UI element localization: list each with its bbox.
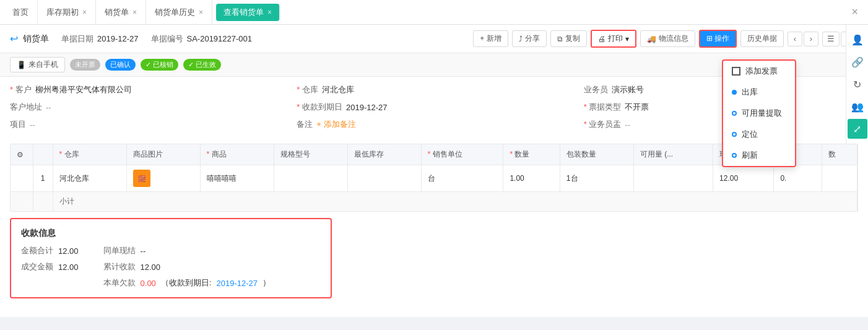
- tab-bar: 首页 库存期初 × 销货单 × 销货单历史 × 查看销货单 × ×: [0, 0, 868, 25]
- outbound-icon: [732, 90, 737, 95]
- tab-home[interactable]: 首页: [6, 0, 38, 25]
- share-button[interactable]: ⤴ 分享: [512, 30, 547, 47]
- payment-rows: 金额合计 12.00 成交金额 12.00 同单现结 -- 累计收款: [21, 245, 321, 289]
- refresh-icon: [732, 153, 737, 158]
- owed-end: ）: [263, 277, 271, 289]
- window-close-button[interactable]: ×: [848, 6, 862, 19]
- sidebar-user-icon[interactable]: 👤: [848, 30, 867, 50]
- subtotal-row: 小计: [11, 192, 857, 212]
- tab-view-sales-close[interactable]: ×: [267, 8, 272, 17]
- doc-no-value: SA-20191227-001: [187, 34, 253, 43]
- logistics-button[interactable]: 🚚 物流信息: [640, 30, 695, 47]
- remark-add-link[interactable]: + 添加备注: [316, 119, 355, 130]
- customer-value: 柳州粤港平安气体有限公司: [35, 84, 132, 95]
- remark-label: 备注: [297, 119, 313, 130]
- refresh-label: 刷新: [742, 150, 758, 161]
- operation-button[interactable]: ⊞ 操作: [699, 30, 737, 48]
- salesperson2-label: 业务员盂: [584, 119, 622, 130]
- print-dropdown-icon: ▾: [625, 35, 629, 43]
- tab-sales-order[interactable]: 销货单 ×: [96, 0, 146, 25]
- project-field: 项目 --: [10, 119, 284, 130]
- th-product: 商品: [200, 144, 274, 165]
- amount-total-value: 12.00: [58, 246, 79, 256]
- payment-title: 收款信息: [21, 228, 321, 239]
- tab-inventory-init-label: 库存期初: [46, 7, 79, 18]
- available-pickup-item[interactable]: 可用量提取: [723, 103, 795, 124]
- subtotal-gear: [11, 192, 33, 212]
- outbound-item[interactable]: 出库: [723, 82, 795, 103]
- row-product: 嘻嘻嘻嘻: [200, 165, 274, 192]
- refresh-item[interactable]: 刷新: [723, 145, 795, 166]
- th-product-img: 商品图片: [126, 144, 200, 165]
- th-pack-qty: 包装数量: [560, 144, 633, 165]
- salesperson-value: 演示账号: [612, 84, 644, 95]
- doc-date-value: 2019-12-27: [97, 34, 139, 43]
- doc-meta-date: 单据日期 2019-12-27: [61, 33, 139, 45]
- doc-icon: ↩: [10, 33, 18, 45]
- payment-section: 收款信息 金额合计 12.00 成交金额 12.00 同单现结 --: [10, 218, 332, 298]
- salesperson-field: 业务员 演示账号: [584, 84, 858, 95]
- customer-field: 客户 柳州粤港平安气体有限公司: [10, 84, 284, 95]
- amount-total-row: 金额合计 12.00: [21, 245, 79, 256]
- th-sales-unit: 销售单位: [421, 144, 503, 165]
- add-invoice-icon: [732, 67, 740, 76]
- effective-badge: ✓ 已生效: [183, 59, 221, 71]
- closed-badge: ✓ 已核销: [141, 59, 178, 71]
- locate-item[interactable]: 定位: [723, 124, 795, 145]
- accumulated-value: 12.00: [141, 263, 161, 272]
- sidebar-group-icon[interactable]: 👥: [848, 97, 867, 116]
- remark-field: 备注 + 添加备注: [297, 119, 571, 130]
- next-arrow[interactable]: ›: [804, 32, 818, 46]
- copy-icon: ⧉: [557, 35, 563, 43]
- amount-total-label: 金额合计: [21, 245, 53, 256]
- sidebar-rotate-icon[interactable]: ↻: [848, 74, 867, 94]
- add-invoice-item[interactable]: 添加发票: [723, 61, 795, 82]
- address-label: 客户地址: [10, 102, 42, 113]
- logistics-icon: 🚚: [647, 35, 656, 43]
- row-more: [822, 165, 857, 192]
- tab-view-sales[interactable]: 查看销货单 ×: [216, 4, 280, 21]
- print-button[interactable]: 🖨 打印 ▾: [591, 30, 636, 48]
- transaction-value: 12.00: [58, 263, 79, 272]
- add-invoice-label: 添加发票: [745, 66, 778, 77]
- operation-dropdown: 添加发票 出库 可用量提取 定位 刷新: [722, 59, 796, 167]
- tab-sales-order-label: 销货单: [105, 7, 129, 18]
- tab-sales-order-close[interactable]: ×: [132, 8, 137, 17]
- doc-header: ↩ 销货单 单据日期 2019-12-27 单据编号 SA-20191227-0…: [0, 25, 868, 53]
- tab-sales-history[interactable]: 销货单历史 ×: [146, 0, 212, 25]
- list-view-btn[interactable]: ☰: [822, 32, 840, 46]
- sidebar-expand-icon[interactable]: ⤢: [848, 119, 867, 139]
- payment-col-left: 金额合计 12.00 成交金额 12.00: [21, 245, 79, 289]
- from-mobile-button[interactable]: 📱 来自手机: [10, 57, 65, 72]
- payment-date-value: 2019-12-27: [346, 103, 388, 112]
- address-value: --: [46, 103, 51, 112]
- confirmed-badge: 已确认: [105, 59, 136, 71]
- warehouse-field: 仓库 河北仓库: [297, 84, 571, 95]
- doc-title-area: ↩ 销货单: [10, 33, 49, 45]
- sidebar-link-icon[interactable]: 🔗: [848, 52, 867, 72]
- row-index: 1: [33, 165, 53, 192]
- gear-icon[interactable]: ⚙: [17, 150, 24, 159]
- locate-icon: [732, 132, 737, 137]
- copy-button[interactable]: ⧉ 复制: [550, 30, 587, 47]
- owed-value: 0.00: [141, 279, 156, 288]
- transaction-row: 成交金额 12.00: [21, 261, 79, 272]
- available-pickup-icon: [732, 111, 737, 116]
- row-min-stock: [347, 165, 421, 192]
- warehouse-value: 河北仓库: [322, 84, 354, 95]
- history-button[interactable]: 历史单据: [740, 30, 784, 47]
- th-qty: 数量: [503, 144, 560, 165]
- settle-value: --: [141, 246, 146, 256]
- row-sales-unit: 台: [421, 165, 503, 192]
- new-button[interactable]: + 新增: [473, 30, 508, 47]
- row-gear: [11, 165, 33, 192]
- doc-actions: + 新增 ⤴ 分享 ⧉ 复制 🖨 打印 ▾ 🚚 物流信息 ⊞ 操作: [473, 30, 858, 48]
- th-index: [33, 144, 53, 165]
- tab-sales-history-close[interactable]: ×: [199, 8, 203, 17]
- tab-inventory-init[interactable]: 库存期初 ×: [38, 0, 96, 25]
- tab-inventory-init-close[interactable]: ×: [82, 8, 87, 17]
- accumulated-label: 累计收款: [103, 261, 136, 272]
- doc-meta-no: 单据编号 SA-20191227-001: [151, 33, 253, 45]
- prev-arrow[interactable]: ‹: [788, 32, 802, 46]
- row-available: [633, 165, 713, 192]
